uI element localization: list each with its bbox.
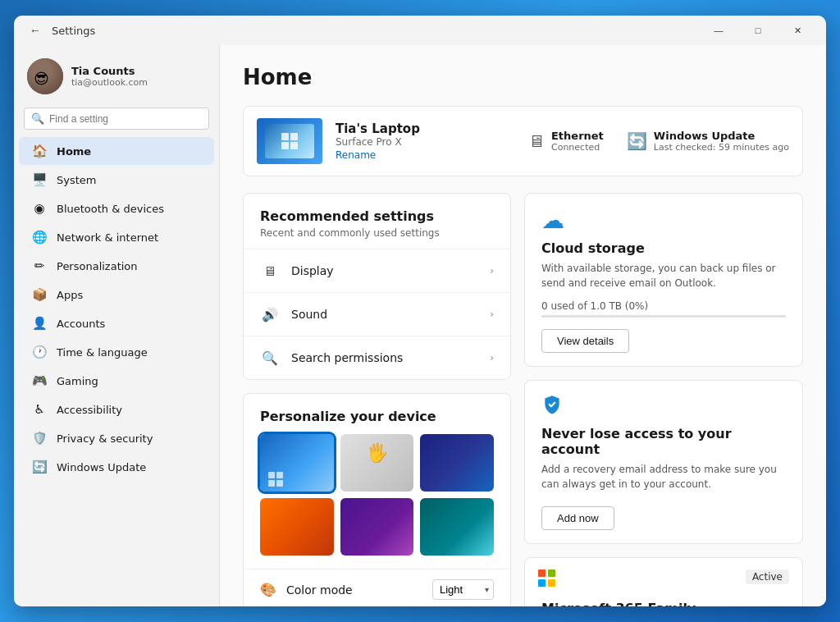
update-sub: Last checked: 59 minutes ago	[654, 142, 789, 153]
privacy-icon: 🛡️	[32, 431, 47, 446]
maximize-button[interactable]: □	[739, 18, 777, 43]
sidebar-item-personalization[interactable]: ✏️ Personalization	[19, 252, 214, 280]
device-status-group: 🖥 Ethernet Connected 🔄 Windows Update La…	[528, 130, 789, 153]
cloud-desc: With available storage, you can back up …	[541, 261, 786, 290]
search-permissions-row[interactable]: 🔍 Search permissions ›	[244, 336, 510, 379]
wp1-win-logo	[268, 472, 283, 487]
search-permissions-icon: 🔍	[260, 348, 280, 368]
storage-bar-container: 0 used of 1.0 TB (0%)	[541, 300, 786, 318]
accessibility-icon: ♿	[32, 402, 47, 417]
color-mode-icon: 🎨	[260, 582, 276, 597]
page-title: Home	[243, 65, 803, 89]
minimize-button[interactable]: —	[700, 18, 737, 43]
sidebar-item-bluetooth[interactable]: ◉ Bluetooth & devices	[19, 194, 214, 222]
recommended-subtitle: Recent and commonly used settings	[244, 227, 510, 249]
ms365-logo-red	[538, 569, 546, 577]
sidebar-item-accessibility[interactable]: ♿ Accessibility	[19, 396, 214, 423]
sidebar-item-accounts[interactable]: 👤 Accounts	[19, 309, 214, 337]
color-mode-row: 🎨 Color mode Light Dark Custom ▾	[244, 569, 510, 606]
wallpaper-4[interactable]	[260, 498, 334, 556]
wallpaper-1[interactable]	[260, 434, 334, 492]
sidebar-item-label: Gaming	[57, 375, 98, 387]
sidebar-nav: 🏠 Home 🖥️ System ◉ Bluetooth & devices 🌐…	[14, 136, 219, 482]
ms365-header: Active	[525, 558, 802, 594]
personalize-card: Personalize your device	[243, 393, 511, 606]
sidebar-item-label: Network & internet	[57, 231, 158, 244]
ethernet-status: 🖥 Ethernet Connected	[528, 130, 604, 153]
sidebar-item-label: Time & language	[57, 346, 148, 359]
sidebar-item-windows-update[interactable]: 🔄 Windows Update	[19, 453, 214, 481]
sidebar-item-label: Accounts	[57, 318, 105, 330]
cloud-icon: ☁️	[541, 207, 786, 234]
ms365-logo	[538, 569, 556, 588]
sidebar-item-system[interactable]: 🖥️ System	[19, 166, 214, 194]
ms365-card: Active Microsoft 365 Family You have 1 T…	[524, 557, 803, 606]
sound-row[interactable]: 🔊 Sound ›	[244, 292, 510, 336]
device-rename-link[interactable]: Rename	[336, 149, 515, 161]
settings-window: ← Settings — □ ✕ 😎 Tia Counts tia@outloo…	[14, 16, 826, 606]
cloud-storage-card: ☁️ Cloud storage With available storage,…	[524, 193, 803, 367]
sidebar-item-time[interactable]: 🕐 Time & language	[19, 338, 214, 366]
update-label: Windows Update	[654, 130, 789, 142]
search-permissions-label: Search permissions	[291, 351, 490, 364]
sidebar-item-home[interactable]: 🏠 Home	[19, 137, 214, 165]
sidebar-item-gaming[interactable]: 🎮 Gaming	[19, 367, 214, 395]
device-thumb-inner	[265, 124, 314, 158]
display-icon: 🖥	[260, 261, 280, 281]
windows-update-icon: 🔄	[32, 460, 47, 474]
close-button[interactable]: ✕	[778, 18, 816, 43]
security-card: Never lose access to your account Add a …	[524, 380, 803, 544]
window-controls: — □ ✕	[700, 18, 816, 43]
network-icon: 🌐	[32, 230, 47, 245]
sidebar-item-label: Home	[57, 145, 91, 158]
security-card-body: Never lose access to your account Add a …	[525, 381, 802, 543]
wallpaper-grid: 🖐️	[244, 434, 510, 569]
ethernet-icon: 🖥	[528, 131, 545, 151]
add-now-button[interactable]: Add now	[541, 506, 614, 530]
avatar-image: 😎	[34, 70, 49, 87]
windows-update-status: 🔄 Windows Update Last checked: 59 minute…	[627, 130, 789, 153]
ms365-logo-blue	[538, 579, 546, 587]
wallpaper-3[interactable]	[420, 434, 494, 492]
view-details-button[interactable]: View details	[541, 329, 629, 353]
back-button[interactable]: ←	[24, 19, 47, 42]
personalization-icon: ✏️	[32, 258, 47, 273]
sidebar-item-label: Privacy & security	[57, 432, 153, 445]
wallpaper-6[interactable]	[420, 498, 494, 556]
wallpaper-5[interactable]	[340, 498, 414, 556]
device-info: Tia's Laptop Surface Pro X Rename	[336, 121, 515, 161]
sidebar-item-label: System	[57, 174, 96, 186]
recommended-title: Recommended settings	[244, 194, 510, 227]
sidebar-item-network[interactable]: 🌐 Network & internet	[19, 223, 214, 251]
sidebar-item-label: Personalization	[57, 260, 138, 272]
right-col: ☁️ Cloud storage With available storage,…	[524, 193, 803, 606]
apps-icon: 📦	[32, 287, 47, 302]
active-badge: Active	[746, 569, 789, 584]
ethernet-sub: Connected	[551, 142, 604, 153]
profile-email: tia@outlook.com	[71, 77, 148, 88]
device-bar: Tia's Laptop Surface Pro X Rename 🖥 Ethe…	[243, 106, 803, 176]
display-row[interactable]: 🖥 Display ›	[244, 249, 510, 292]
color-mode-select[interactable]: Light Dark Custom	[432, 579, 494, 600]
two-col-layout: Recommended settings Recent and commonly…	[243, 193, 803, 606]
search-input[interactable]	[49, 113, 202, 125]
ms365-body: Microsoft 365 Family You have 1 TB of cl…	[525, 594, 802, 606]
display-label: Display	[291, 264, 490, 277]
ethernet-label: Ethernet	[551, 130, 604, 142]
wallpaper-2[interactable]: 🖐️	[340, 434, 414, 492]
sound-icon: 🔊	[260, 304, 280, 324]
cloud-title: Cloud storage	[541, 240, 786, 256]
window-title: Settings	[52, 25, 700, 37]
windows-logo	[281, 133, 298, 149]
cloud-card-body: ☁️ Cloud storage With available storage,…	[525, 194, 802, 366]
sidebar-item-apps[interactable]: 📦 Apps	[19, 281, 214, 309]
device-thumbnail	[257, 118, 322, 164]
right-panel: Home Tia's Laptop Surface Pro	[219, 45, 826, 606]
personalize-title: Personalize your device	[244, 394, 510, 434]
search-box[interactable]: 🔍	[24, 107, 209, 130]
gaming-icon: 🎮	[32, 373, 47, 388]
display-chevron: ›	[490, 265, 494, 277]
logo-sq1	[281, 133, 289, 140]
sidebar-item-label: Accessibility	[57, 404, 122, 416]
sidebar-item-privacy[interactable]: 🛡️ Privacy & security	[19, 424, 214, 452]
